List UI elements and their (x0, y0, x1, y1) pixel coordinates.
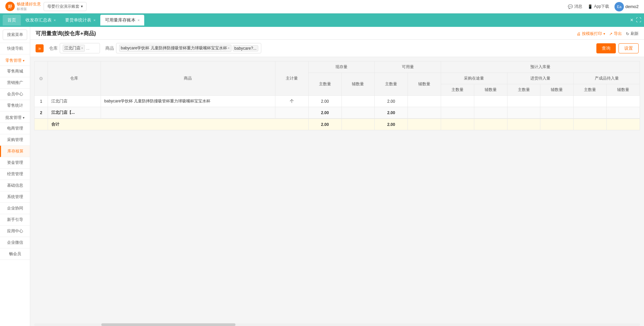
setting-btn[interactable]: 设置 (619, 43, 639, 53)
row2-avail-main: 2.00 (375, 107, 408, 119)
warehouse-tag-close[interactable]: × (81, 46, 83, 50)
message-label: 消息 (574, 4, 582, 9)
sidebar-item-basic-info[interactable]: 基础信息 (0, 180, 30, 191)
settings-icon[interactable]: ⚙ (39, 76, 43, 81)
sidebar-item-member-center[interactable]: 会员中心 (0, 89, 30, 100)
row2-unit (275, 107, 308, 119)
row1-purchase-transit-main (441, 96, 474, 107)
product-tag-1-value: babycare学饮杯 儿童防摔防撞吸管杯重力球吸嘴杯宝宝水杯 (121, 45, 227, 51)
footer-p-transit-main (441, 119, 474, 130)
sidebar-item-quick-nav[interactable]: 快捷导航 (0, 43, 30, 54)
scroll-thumb[interactable] (101, 323, 235, 326)
search-menu-btn[interactable]: 搜索菜单 (3, 30, 27, 40)
export-btn[interactable]: ↗ 导出 (609, 31, 622, 37)
row1-purchase-transit-aux (474, 96, 507, 107)
footer-current-main: 2.00 (308, 119, 341, 130)
app-download-btn[interactable]: 📱 App下载 (588, 4, 609, 9)
app-icon: 📱 (588, 4, 593, 9)
row1-production-await-main (574, 96, 607, 107)
quick-nav-label: 快捷导航 (7, 46, 23, 51)
user-area[interactable]: Ea demo2 (614, 2, 639, 11)
th-unit: 主计量 (275, 61, 308, 96)
sidebar: 搜索菜单 快捷导航 零售管理 零售商城 营销推广 会员中心 零售统计 批发管理 … (0, 27, 30, 326)
horizontal-scrollbar[interactable] (34, 323, 640, 326)
th-settings: ⚙ (35, 61, 48, 96)
product-value-box[interactable]: babycare学饮杯 儿童防摔防撞吸管杯重力球吸嘴杯宝宝水杯 × babyca… (116, 43, 261, 53)
tab-order-stat[interactable]: 要货单统计表 × (60, 15, 100, 26)
page-actions: 🖨 按模板打印 ↗ 导出 ↻ 刷新 (577, 31, 639, 37)
logo-area: 好 畅捷通好生意 标准版 (5, 2, 41, 11)
th-purchase-await-aux: 辅数量 (540, 84, 574, 96)
industry-selector[interactable]: 母婴行业演示账套 (44, 2, 87, 11)
tab-available-stock-close[interactable]: × (138, 18, 140, 22)
sidebar-item-retail-store[interactable]: 零售商城 (0, 66, 30, 77)
footer-prod-await-aux (607, 119, 640, 130)
sidebar-item-purchase-mgmt[interactable]: 采购管理 (0, 134, 30, 146)
row2-seq: 2 (35, 107, 48, 119)
sidebar-item-enterprise[interactable]: 企业协同 (0, 203, 30, 214)
row1-current-main: 2.00 (308, 96, 341, 107)
logo-text-area: 畅捷通好生意 标准版 (17, 2, 41, 11)
filter-expand-btn[interactable]: » (36, 44, 44, 52)
logo-icon: 好 (5, 2, 15, 11)
warehouse-more[interactable]: ... (86, 46, 90, 51)
th-purchase-await: 进货待入量 (507, 73, 574, 84)
top-bar: 好 畅捷通好生意 标准版 母婴行业演示账套 💬 消息 📱 App下载 Ea de… (0, 0, 644, 13)
sidebar-item-wholesale-mgmt[interactable]: 批发管理 (0, 111, 30, 123)
expand-window-btn[interactable]: ⛶ (636, 17, 641, 23)
tab-recv-send-close[interactable]: × (54, 18, 56, 22)
warehouse-tag-value: 江北门店 (64, 45, 80, 51)
username: demo2 (625, 4, 639, 9)
sidebar-item-finance[interactable]: 资金管理 (0, 157, 30, 169)
refresh-icon: ↻ (626, 32, 629, 36)
tab-home[interactable]: 首页 (3, 15, 21, 26)
chevron-down-icon (81, 4, 83, 9)
th-warehouse: 仓库 (48, 61, 101, 96)
top-bar-right: 💬 消息 📱 App下载 Ea demo2 (568, 2, 639, 11)
filter-actions: 查询 设置 (596, 43, 639, 53)
sidebar-item-vip[interactable]: 畅会员 (0, 248, 30, 260)
sidebar-item-system-mgmt[interactable]: 系统管理 (0, 191, 30, 203)
row2-production-await-aux (607, 107, 640, 119)
warehouse-value-box[interactable]: 江北门店 × ... (60, 43, 100, 53)
print-chevron-icon (603, 32, 605, 36)
tab-recv-send[interactable]: 收发存汇总表 × (21, 15, 60, 26)
sidebar-item-retail-stats[interactable]: 零售统计 (0, 100, 30, 111)
row1-avail-main: 2.00 (375, 96, 408, 107)
th-purchase-transit: 采购在途量 (441, 73, 507, 84)
row1-warehouse: 江北门店 (48, 96, 101, 107)
sidebar-item-marketing[interactable]: 营销推广 (0, 77, 30, 89)
data-table: ⚙ 仓库 商品 主计量 现存量 可用量 预计入库量 主数量 辅数量 主数量 辅数… (34, 61, 640, 130)
sidebar-item-retail-mgmt[interactable]: 零售管理 (0, 54, 30, 66)
th-purchase-transit-main: 主数量 (441, 84, 474, 96)
footer-prod-await-main (574, 119, 607, 130)
row1-avail-aux (408, 96, 441, 107)
print-btn[interactable]: 🖨 按模板打印 (577, 31, 605, 37)
query-btn[interactable]: 查询 (596, 43, 616, 53)
page-header: 可用量查询(按仓库+商品) 🖨 按模板打印 ↗ 导出 ↻ 刷新 (30, 27, 644, 40)
tab-available-stock[interactable]: 可用量库存账本 × (100, 15, 144, 26)
sidebar-item-inventory[interactable]: 库存核算 (0, 146, 30, 157)
sidebar-item-operations[interactable]: 经营管理 (0, 169, 30, 180)
close-window-btn[interactable]: × (630, 17, 633, 23)
chevron-down-icon2 (23, 116, 24, 120)
sidebar-item-app-center[interactable]: 应用中心 (0, 226, 30, 237)
retail-mgmt-label: 零售管理 (5, 58, 21, 63)
refresh-btn[interactable]: ↻ 刷新 (626, 31, 639, 37)
export-label: 导出 (614, 31, 622, 37)
sidebar-item-ecommerce[interactable]: 电商管理 (0, 123, 30, 134)
window-controls: × ⛶ (630, 17, 641, 23)
row1-production-await-aux (607, 96, 640, 107)
print-icon: 🖨 (577, 32, 581, 36)
row2-warehouse: 江北门店【... (48, 107, 101, 119)
app-download-label: App下载 (594, 4, 609, 9)
tab-home-label: 首页 (7, 17, 16, 23)
table-row: 1 江北门店 babycare学饮杯 儿童防摔防撞吸管杯重力球吸嘴杯宝宝水杯 个… (35, 96, 640, 107)
tab-order-stat-close[interactable]: × (93, 18, 95, 22)
message-btn[interactable]: 💬 消息 (568, 4, 582, 9)
product-tag-2: babycare?... (233, 45, 258, 51)
avatar: Ea (614, 2, 624, 11)
sidebar-item-newbie[interactable]: 新手引导 (0, 214, 30, 226)
product-tag-1-close[interactable]: × (228, 46, 230, 50)
sidebar-item-enterprise-wechat[interactable]: 企业微信 (0, 237, 30, 248)
